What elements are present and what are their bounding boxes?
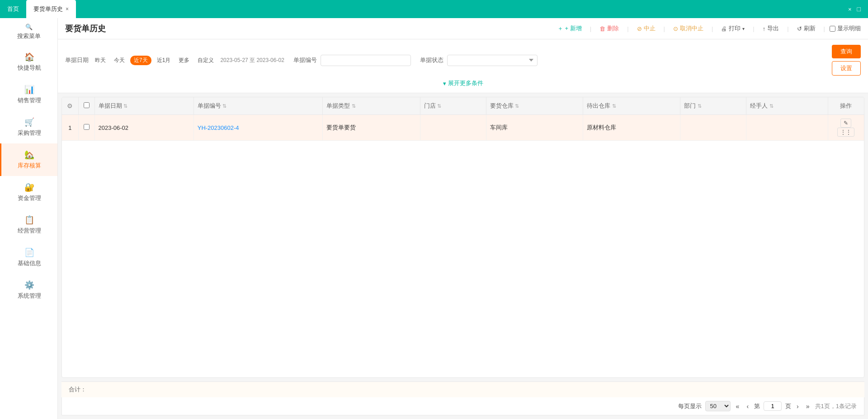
table-settings-icon[interactable]: ⚙ (67, 102, 73, 110)
doc-no-filter-group: 单据编号 (293, 55, 411, 66)
sidebar-item-quick-nav[interactable]: 🏠 快捷导航 (0, 46, 57, 78)
purchase-icon: 🛒 (24, 117, 34, 127)
stop-button[interactable]: ⊘ 中止 (633, 23, 659, 34)
page-input[interactable] (764, 401, 782, 411)
row-edit-button[interactable]: ✎ (840, 119, 851, 128)
tab-requisition-label: 要货单历史 (33, 5, 63, 13)
top-bar: 首页 要货单历史 × × □ (0, 0, 868, 18)
prev-page-button[interactable]: ‹ (745, 402, 750, 411)
window-restore-icon[interactable]: □ (857, 5, 861, 13)
store-sort-icon[interactable]: ⇅ (437, 103, 441, 109)
tab-home-label: 首页 (7, 5, 19, 13)
row-dept (680, 115, 746, 141)
system-icon: ⚙️ (24, 280, 34, 290)
page-header: 要货单历史 ＋ + 新增 | 🗑 删除 | ⊘ 中止 | ⊙ (58, 18, 868, 39)
status-select[interactable] (447, 55, 538, 66)
sidebar-item-label: 系统管理 (18, 292, 41, 300)
sidebar-item-system[interactable]: ⚙️ 系统管理 (0, 274, 57, 306)
display-label: 显示明细 (837, 24, 861, 33)
first-page-button[interactable]: « (734, 402, 741, 411)
refresh-button[interactable]: ↺ 刷新 (793, 23, 819, 34)
col-date: 单据日期 ⇅ (94, 97, 193, 115)
display-detail-toggle[interactable]: 显示明细 (830, 24, 861, 33)
print-button[interactable]: 🖨 打印 ▾ (717, 23, 748, 34)
new-label: + 新增 (565, 24, 582, 33)
row-checkbox[interactable] (84, 124, 90, 130)
main-layout: 🔍 搜索菜单 🏠 快捷导航 📊 销售管理 🛒 采购管理 🏡 库存核算 🔐 资金管… (0, 18, 868, 419)
row-no: 1 (62, 115, 78, 141)
date-btn-1month[interactable]: 近1月 (154, 56, 174, 65)
col-pending-warehouse-label: 待出仓库 (587, 102, 610, 109)
tab-requisition-history[interactable]: 要货单历史 × (26, 0, 76, 18)
doc-no-input[interactable] (321, 55, 411, 66)
per-page-select[interactable]: 50 10 20 100 (705, 401, 731, 411)
status-label: 单据状态 (420, 56, 443, 64)
sidebar-item-sales[interactable]: 📊 销售管理 (0, 78, 57, 111)
filter-area: 单据日期 昨天 今天 近7天 近1月 更多 自定义 2023-05-27 至 2… (58, 39, 868, 93)
finance-icon: 🔐 (24, 182, 34, 192)
tab-close-icon[interactable]: × (66, 6, 69, 12)
col-doc-type-label: 单据类型 (326, 102, 350, 109)
window-close-icon[interactable]: × (848, 6, 852, 13)
display-detail-checkbox[interactable] (830, 26, 835, 32)
date-sort-icon[interactable]: ⇅ (123, 103, 127, 109)
expand-label: 展开更多条件 (448, 79, 483, 87)
doc-type-sort-icon[interactable]: ⇅ (352, 103, 356, 109)
last-page-button[interactable]: » (804, 402, 811, 411)
date-btn-custom[interactable]: 自定义 (195, 56, 217, 65)
col-action-label: 操作 (840, 102, 852, 109)
doc-no-label: 单据编号 (293, 56, 317, 64)
table-header-row: ⚙ 单据日期 ⇅ 单据编号 ⇅ (62, 97, 864, 115)
col-settings: ⚙ (62, 97, 78, 115)
doc-no-link[interactable]: YH-20230602-4 (198, 124, 239, 131)
select-all-checkbox[interactable] (84, 102, 90, 108)
col-doc-type: 单据类型 ⇅ (323, 97, 420, 115)
doc-no-sort-icon[interactable]: ⇅ (222, 103, 226, 109)
date-filter-group: 单据日期 昨天 今天 近7天 近1月 更多 自定义 2023-05-27 至 2… (65, 56, 284, 65)
refresh-icon: ↺ (797, 25, 802, 32)
query-button[interactable]: 查询 (832, 45, 861, 58)
sidebar-item-finance[interactable]: 🔐 资金管理 (0, 176, 57, 209)
filter-row-1: 单据日期 昨天 今天 近7天 近1月 更多 自定义 2023-05-27 至 2… (65, 45, 861, 76)
col-date-label: 单据日期 (99, 102, 122, 109)
expand-icon: ▾ (443, 80, 446, 87)
row-detail-button[interactable]: ⋮⋮ (837, 128, 854, 137)
req-warehouse-sort-icon[interactable]: ⇅ (515, 103, 519, 109)
col-store-label: 门店 (424, 102, 436, 109)
handler-sort-icon[interactable]: ⇅ (769, 103, 774, 109)
content-area: 要货单历史 ＋ + 新增 | 🗑 删除 | ⊘ 中止 | ⊙ (58, 18, 868, 419)
sidebar-item-label: 资金管理 (18, 194, 41, 202)
total-label: 合计： (69, 386, 86, 394)
export-button[interactable]: ↑ 导出 (759, 23, 783, 34)
sidebar-item-label: 库存核算 (18, 162, 41, 170)
row-date: 2023-06-02 (94, 115, 193, 141)
settings-button[interactable]: 设置 (832, 61, 861, 76)
delete-button[interactable]: 🗑 删除 (596, 23, 623, 34)
date-btn-yesterday[interactable]: 昨天 (92, 56, 108, 65)
sidebar-search[interactable]: 🔍 搜索菜单 (0, 18, 57, 46)
cancel-stop-label: 取消中止 (680, 24, 703, 33)
date-btn-7days[interactable]: 近7天 (130, 56, 151, 65)
cancel-stop-button[interactable]: ⊙ 取消中止 (670, 23, 707, 34)
date-btn-more[interactable]: 更多 (176, 56, 192, 65)
pending-warehouse-sort-icon[interactable]: ⇅ (612, 103, 616, 109)
sidebar-item-operation[interactable]: 📋 经营管理 (0, 209, 57, 241)
date-filter-label: 单据日期 (65, 56, 89, 64)
export-label: 导出 (767, 24, 779, 33)
next-page-button[interactable]: › (795, 402, 801, 411)
delete-icon: 🗑 (599, 25, 605, 32)
sidebar-item-purchase[interactable]: 🛒 采购管理 (0, 111, 57, 143)
sidebar-item-basic[interactable]: 📄 基础信息 (0, 241, 57, 274)
col-checkbox (78, 97, 94, 115)
page-label: 第 (754, 402, 760, 410)
tab-home[interactable]: 首页 (0, 0, 26, 18)
sidebar-item-inventory[interactable]: 🏡 库存核算 (0, 143, 57, 176)
stop-label: 中止 (644, 24, 656, 33)
new-button[interactable]: ＋ + 新增 (554, 23, 585, 34)
per-page-label: 每页显示 (678, 402, 702, 410)
col-doc-no: 单据编号 ⇅ (193, 97, 323, 115)
dept-sort-icon[interactable]: ⇅ (698, 103, 702, 109)
date-btn-today[interactable]: 今天 (111, 56, 127, 65)
expand-button[interactable]: ▾ 展开更多条件 (443, 79, 483, 87)
action-buttons: 查询 设置 (832, 45, 861, 76)
